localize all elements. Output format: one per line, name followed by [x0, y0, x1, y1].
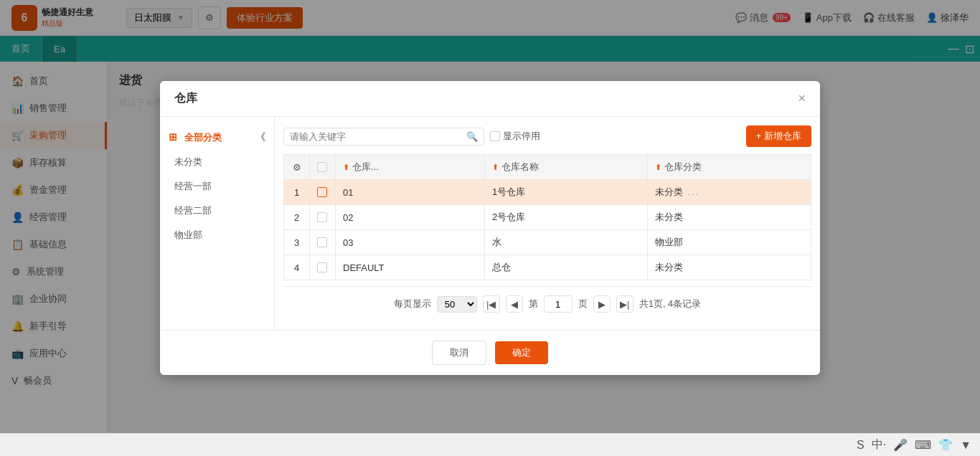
bottom-icon-1[interactable]: S [857, 439, 864, 452]
show-disabled-label[interactable]: 显示停用 [490, 130, 540, 143]
row-select-checkbox[interactable] [317, 262, 327, 272]
modal-close-button[interactable]: × [798, 91, 806, 106]
row-code: 02 [336, 205, 485, 230]
per-page-select[interactable]: 50 100 200 [437, 296, 477, 313]
row-num: 1 [284, 180, 310, 205]
row-num: 2 [284, 205, 310, 230]
warehouse-modal: 仓库 × ⊞ 全部分类 《 未分类 经营一部 经营二部 物业部 [160, 81, 820, 375]
sort-icon: ⬆ [343, 163, 349, 171]
row-category: 未分类 ... [648, 180, 811, 205]
bottom-icon-4[interactable]: ⌨ [915, 438, 931, 452]
select-all-checkbox[interactable] [317, 162, 327, 172]
add-warehouse-button[interactable]: + 新增仓库 [746, 125, 811, 147]
modal-body: ⊞ 全部分类 《 未分类 经营一部 经营二部 物业部 🔍 [160, 117, 820, 330]
sort-icon-name: ⬆ [492, 163, 499, 171]
search-input[interactable] [290, 131, 466, 142]
all-categories-item[interactable]: ⊞ 全部分类 《 [160, 125, 274, 150]
page-last-button[interactable]: ▶| [616, 295, 633, 313]
row-name: 水 [484, 230, 648, 255]
th-settings: ⚙ [284, 155, 310, 180]
row-name: 2号仓库 [484, 205, 648, 230]
cat-item-dept1[interactable]: 经营一部 [160, 174, 274, 199]
cat-item-property[interactable]: 物业部 [160, 223, 274, 247]
row-category: 物业部 [648, 230, 811, 255]
cat-item-dept2[interactable]: 经营二部 [160, 199, 274, 223]
row-name: 1号仓库 [484, 180, 648, 205]
row-code: DEFAULT [336, 255, 485, 280]
row-checkbox[interactable] [310, 180, 336, 205]
table-area: 🔍 显示停用 + 新增仓库 ⚙ [275, 117, 820, 330]
page-next-button[interactable]: ▶ [593, 295, 611, 313]
show-disabled-checkbox[interactable] [490, 131, 500, 141]
row-select-checkbox[interactable] [317, 212, 327, 222]
th-code[interactable]: ⬆仓库... [336, 155, 485, 180]
bottom-icon-6[interactable]: ▼ [960, 439, 971, 452]
cat-item-uncategorized[interactable]: 未分类 [160, 150, 274, 174]
modal-title: 仓库 [174, 91, 197, 106]
bottom-icon-5[interactable]: 👕 [938, 438, 953, 452]
page-prev-button[interactable]: ◀ [506, 295, 523, 313]
row-code: 03 [336, 230, 485, 255]
collapse-icon[interactable]: 《 [255, 131, 265, 144]
cancel-button[interactable]: 取消 [432, 341, 486, 365]
sort-icon-cat: ⬆ [655, 163, 661, 171]
row-name: 总仓 [484, 255, 648, 280]
category-sidebar: ⊞ 全部分类 《 未分类 经营一部 经营二部 物业部 [160, 117, 275, 330]
settings-icon: ⚙ [293, 162, 301, 173]
search-icon[interactable]: 🔍 [466, 131, 478, 142]
row-num: 3 [284, 230, 310, 255]
row-num: 4 [284, 255, 310, 280]
table-row[interactable]: 2 02 2号仓库 未分类 [284, 205, 811, 230]
table-row[interactable]: 1 01 1号仓库 未分类 ... [284, 180, 811, 205]
table-toolbar: 🔍 显示停用 + 新增仓库 [283, 125, 811, 147]
confirm-button[interactable]: 确定 [495, 341, 548, 364]
modal-header: 仓库 × [160, 81, 820, 117]
row-checkbox[interactable] [310, 230, 336, 255]
table-row[interactable]: 4 DEFAULT 总仓 未分类 [284, 255, 811, 280]
modal-footer: 取消 确定 [160, 330, 820, 375]
row-category: 未分类 [648, 205, 811, 230]
row-category: 未分类 [648, 255, 811, 280]
page-first-button[interactable]: |◀ [483, 295, 500, 313]
warehouse-table: ⚙ ⬆仓库... ⬆仓库名称 ⬆仓库分类 1 [283, 154, 811, 280]
search-input-wrap: 🔍 [283, 128, 484, 146]
bottom-icon-2[interactable]: 中· [872, 437, 886, 452]
table-row[interactable]: 3 03 水 物业部 [284, 230, 811, 255]
page-input[interactable] [544, 295, 573, 313]
row-select-checkbox[interactable] [317, 187, 327, 197]
th-checkbox [310, 155, 336, 180]
th-name[interactable]: ⬆仓库名称 [484, 155, 648, 180]
row-actions-dots[interactable]: ... [683, 186, 699, 197]
grid-icon: ⊞ [169, 131, 177, 143]
row-select-checkbox[interactable] [317, 237, 327, 247]
row-checkbox[interactable] [310, 205, 336, 230]
pagination: 每页显示 50 100 200 |◀ ◀ 第 页 ▶ ▶| 共1页, 4条记录 [283, 286, 811, 321]
bottom-icon-3[interactable]: 🎤 [893, 438, 908, 452]
row-code: 01 [336, 180, 485, 205]
th-category[interactable]: ⬆仓库分类 [648, 155, 811, 180]
bottom-bar: S 中· 🎤 ⌨ 👕 ▼ [0, 433, 980, 456]
row-checkbox[interactable] [310, 255, 336, 280]
modal-overlay: 仓库 × ⊞ 全部分类 《 未分类 经营一部 经营二部 物业部 [0, 0, 980, 456]
